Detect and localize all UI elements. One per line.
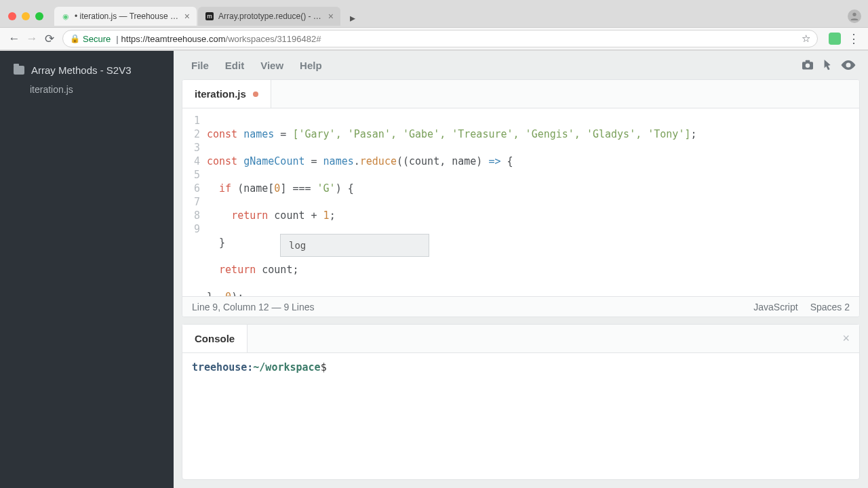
url-path: /workspaces/31196482# (226, 34, 321, 44)
profile-avatar[interactable] (848, 9, 861, 23)
sidebar-file-iteration[interactable]: iteration.js (0, 80, 174, 99)
editor-tab-strip: iteration.js (182, 80, 859, 108)
svg-point-0 (852, 13, 856, 16)
menu-edit[interactable]: Edit (217, 56, 252, 75)
window-controls (8, 12, 43, 20)
window-close-button[interactable] (8, 12, 16, 20)
console-close-button[interactable]: × (833, 325, 859, 352)
address-bar-row: ← → ⟳ 🔒 Secure | https://teamtreehouse.c… (0, 27, 868, 50)
autocomplete-popup[interactable]: log (280, 234, 429, 257)
cursor-position-label: Line 9, Column 12 — 9 Lines (192, 302, 315, 312)
file-name-label: iteration.js (30, 84, 73, 95)
editor-tab-iteration[interactable]: iteration.js (182, 80, 271, 108)
tab-title: Array.prototype.reduce() - Jav (218, 12, 326, 21)
prompt-path: ~/workspace (253, 361, 320, 373)
project-name-label: Array Methods - S2V3 (31, 64, 132, 76)
svg-point-2 (806, 64, 810, 68)
camera-icon[interactable] (797, 60, 818, 70)
code-editor[interactable]: 1 2 3 4 5 6 7 8 9 const names = ['Gary',… (182, 108, 859, 296)
tab-mdn[interactable]: m Array.prototype.reduce() - Jav × (198, 7, 340, 26)
menu-help[interactable]: Help (292, 56, 330, 75)
console-tab[interactable]: Console (182, 325, 248, 352)
reload-button[interactable]: ⟳ (41, 30, 58, 47)
tab-strip: ◉ • iteration.js — Treehouse Wo × m Arra… (54, 5, 361, 26)
console-panel: Console × treehouse:~/workspace$ (182, 324, 860, 480)
code-lines: const names = ['Gary', 'Pasan', 'Gabe', … (207, 114, 859, 291)
preview-eye-icon[interactable] (838, 60, 859, 70)
tab-close-button[interactable]: × (184, 11, 190, 22)
indent-label[interactable]: Spaces 2 (810, 302, 850, 312)
nav-forward-button[interactable]: → (23, 30, 41, 47)
menu-file[interactable]: File (183, 56, 217, 75)
secure-label: Secure (83, 34, 111, 44)
main-panel: File Edit View Help iteration.js (174, 51, 868, 488)
browser-chrome: ◉ • iteration.js — Treehouse Wo × m Arra… (0, 0, 868, 51)
new-tab-button[interactable]: ▸ (344, 9, 361, 26)
console-terminal[interactable]: treehouse:~/workspace$ (182, 353, 859, 382)
autocomplete-item-log[interactable]: log (281, 235, 429, 256)
file-sidebar: Array Methods - S2V3 iteration.js (0, 51, 174, 488)
cursor-icon[interactable] (818, 59, 838, 71)
workspace-app: Array Methods - S2V3 iteration.js File E… (0, 51, 868, 488)
browser-menu-button[interactable]: ⋮ (848, 31, 860, 46)
folder-icon (14, 66, 24, 75)
window-minimize-button[interactable] (22, 12, 30, 20)
prompt-host: treehouse: (192, 361, 253, 373)
unsaved-indicator-icon (253, 92, 258, 97)
sidebar-project-folder[interactable]: Array Methods - S2V3 (0, 60, 174, 80)
console-header: Console × (182, 325, 859, 353)
address-bar[interactable]: 🔒 Secure | https://teamtreehouse.com/wor… (62, 30, 818, 47)
nav-back-button[interactable]: ← (5, 30, 23, 47)
tab-close-button[interactable]: × (328, 11, 334, 22)
window-maximize-button[interactable] (35, 12, 43, 20)
treehouse-extension-icon[interactable] (829, 33, 841, 45)
treehouse-favicon-icon: ◉ (61, 12, 71, 21)
language-label[interactable]: JavaScript (753, 302, 797, 312)
tab-workspace[interactable]: ◉ • iteration.js — Treehouse Wo × (54, 7, 197, 26)
svg-rect-3 (806, 60, 810, 62)
tab-title: • iteration.js — Treehouse Wo (75, 12, 182, 21)
menu-view[interactable]: View (252, 56, 292, 75)
mdn-favicon-icon: m (205, 12, 214, 21)
editor-tab-title: iteration.js (195, 88, 246, 100)
lock-icon: 🔒 (70, 34, 80, 43)
prompt-symbol: $ (321, 361, 327, 373)
editor-statusbar: Line 9, Column 12 — 9 Lines JavaScript S… (182, 296, 859, 317)
url-separator: | (116, 34, 118, 44)
editor-card: iteration.js 1 2 3 4 5 6 7 8 9 const nam… (182, 79, 860, 317)
menubar: File Edit View Help (174, 51, 868, 79)
url-host: https://teamtreehouse.com (121, 34, 226, 44)
line-gutter: 1 2 3 4 5 6 7 8 9 (182, 114, 207, 291)
bookmark-star-icon[interactable]: ☆ (802, 33, 810, 45)
